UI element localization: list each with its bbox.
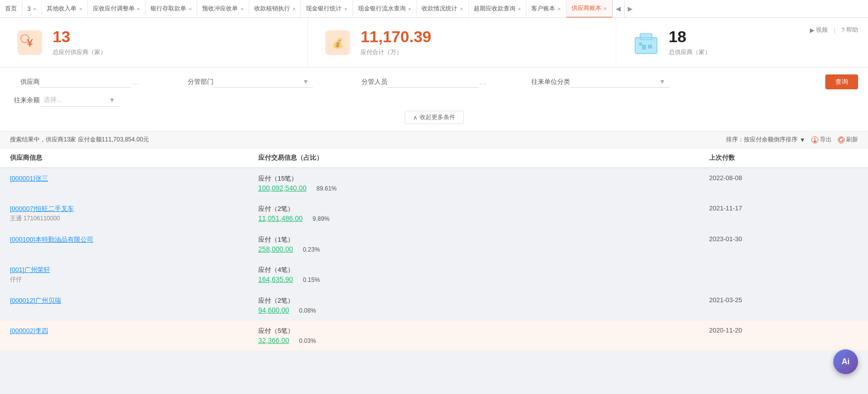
- nav-tab-prepay[interactable]: 预收冲应收单 ×: [197, 0, 249, 18]
- last-pay-cell-0: 2022-08-08: [709, 174, 858, 182]
- supplier-link-1[interactable]: [000007]恒旺二手叉车: [10, 204, 258, 213]
- nav-tab-cash-flow[interactable]: 现金银行流水查询 ×: [353, 0, 417, 18]
- total-suppliers-icon: [631, 28, 661, 58]
- nav-tab-home[interactable]: 首页: [0, 0, 22, 18]
- tx-row-2: 258,000.00 0.23%: [258, 244, 709, 253]
- top-navigation: 首页 3 × 其他收入单 × 应收应付调整单 × 银行存取款单 × 预收冲应收单…: [0, 0, 868, 18]
- nav-tab-3-label: 3: [27, 5, 31, 12]
- supplier-cell-0: [000001]张三: [10, 174, 258, 183]
- nav-tab-prepay-label: 预收冲应收单: [202, 4, 238, 13]
- nav-tab-adjustment-close[interactable]: ×: [137, 6, 140, 12]
- nav-tab-other-income-close[interactable]: ×: [79, 6, 82, 12]
- supplier-dots-btn[interactable]: ...: [132, 77, 139, 86]
- svg-rect-6: [640, 34, 652, 40]
- chevron-up-icon: ∧: [413, 114, 418, 121]
- tx-label-5: 应付（5笔）: [258, 327, 709, 335]
- tx-amount-3[interactable]: 164,635.90: [258, 275, 293, 283]
- stats-bar: ¥ 13 总应付供应商（家） 💰 11,170.39 应付合计（万）: [0, 18, 868, 67]
- nav-tab-other-income[interactable]: 其他收入单 ×: [42, 0, 87, 18]
- nav-tab-cash-stats[interactable]: 现金银行统计 ×: [301, 0, 353, 18]
- dept-select[interactable]: ▼: [214, 76, 313, 88]
- nav-tab-collection[interactable]: 收款核销执行 ×: [249, 0, 301, 18]
- search-button[interactable]: 查询: [825, 74, 858, 89]
- collapse-button[interactable]: ∧ 收起更多条件: [405, 111, 464, 124]
- last-pay-cell-2: 2023-01-30: [709, 235, 858, 243]
- nav-tab-receipt-stats-close[interactable]: ×: [460, 6, 463, 12]
- tx-label-3: 应付（4笔）: [258, 265, 709, 274]
- nav-tab-3-close[interactable]: ×: [33, 6, 36, 12]
- transaction-cell-0: 应付（15笔） 100,092,540.00 89.61%: [258, 174, 709, 192]
- table-body: [000001]张三 应付（15笔） 100,092,540.00 89.61%…: [0, 168, 868, 351]
- nav-tab-collection-close[interactable]: ×: [292, 6, 295, 12]
- sort-select[interactable]: 排序：按应付余额倒序排序 ▼: [726, 135, 805, 144]
- tx-amount-4[interactable]: 94,600.00: [258, 306, 289, 314]
- nav-tab-customer-ledger-close[interactable]: ×: [558, 6, 561, 12]
- table-header: 供应商信息 应付交易信息（占比） 上次付数: [0, 148, 868, 168]
- supplier-cell-3: [001]广州荣轩 仔仔: [10, 265, 258, 284]
- category-label: 往来单位分类: [531, 77, 570, 86]
- nav-tab-overdue[interactable]: 超期应收款查询 ×: [469, 0, 526, 18]
- last-pay-date-2: 2023-01-30: [709, 235, 742, 243]
- tx-row-5: 32,366.00 0.03%: [258, 335, 709, 344]
- table-row: [000012]广州贝瑞 应付（2笔） 94,600.00 0.08% 2021…: [0, 290, 868, 321]
- supplier-cell-2: [000100]本特勤油品有限公司: [10, 235, 258, 244]
- supplier-input[interactable]: [40, 76, 131, 88]
- balance-dropdown-icon: ▼: [109, 96, 115, 104]
- video-link[interactable]: ▶ 视频: [810, 26, 828, 34]
- dept-label: 分管部门: [184, 77, 214, 86]
- nav-tab-supplier-ledger-close[interactable]: ×: [604, 5, 607, 11]
- last-pay-cell-1: 2021-11-17: [709, 204, 858, 212]
- stat-amount-payable-label: 应付合计（万）: [361, 48, 431, 57]
- nav-tab-supplier-ledger[interactable]: 供应商账本 ×: [567, 0, 612, 18]
- nav-tab-prepay-close[interactable]: ×: [240, 6, 243, 12]
- filter-balance-group: 往来余额 选择... ▼: [10, 93, 179, 107]
- payable-suppliers-icon: ¥: [15, 28, 45, 58]
- table-row: [000001]张三 应付（15笔） 100,092,540.00 89.61%…: [0, 168, 868, 198]
- supplier-link-4[interactable]: [000012]广州贝瑞: [10, 296, 258, 305]
- nav-tab-3[interactable]: 3 ×: [22, 0, 42, 18]
- tx-amount-5[interactable]: 32,366.00: [258, 336, 289, 344]
- person-dots-btn[interactable]: ...: [480, 77, 486, 86]
- nav-tab-cash-stats-close[interactable]: ×: [344, 6, 347, 12]
- svg-text:💰: 💰: [332, 37, 344, 49]
- export-button[interactable]: 导出: [811, 135, 832, 144]
- nav-tab-cash-flow-close[interactable]: ×: [408, 6, 411, 12]
- stat-suppliers-payable: ¥ 13 总应付供应商（家）: [0, 18, 308, 67]
- tx-amount-0[interactable]: 100,092,540.00: [258, 184, 306, 192]
- tx-amount-2[interactable]: 258,000.00: [258, 245, 293, 253]
- sort-dropdown-icon: ▼: [799, 136, 805, 143]
- tx-amount-1[interactable]: 11,051,486.00: [258, 214, 303, 222]
- nav-tab-bank[interactable]: 银行存取款单 ×: [145, 0, 197, 18]
- nav-tab-adjustment[interactable]: 应收应付调整单 ×: [88, 0, 145, 18]
- stat-amount-payable-content: 11,170.39 应付合计（万）: [361, 28, 431, 56]
- nav-arrow-right[interactable]: ▶: [624, 0, 636, 18]
- stat-help-links: ▶ 视频 | ? 帮助: [810, 26, 858, 34]
- stat-suppliers-payable-number: 13: [53, 28, 106, 46]
- transaction-cell-4: 应付（2笔） 94,600.00 0.08%: [258, 296, 709, 314]
- refresh-button[interactable]: 刷新: [838, 135, 858, 144]
- nav-tab-customer-ledger[interactable]: 客户账本 ×: [526, 0, 566, 18]
- nav-tab-receipt-stats[interactable]: 收款情况统计 ×: [417, 0, 468, 18]
- tx-row-3: 164,635.90 0.15%: [258, 274, 709, 283]
- last-pay-date-0: 2022-08-08: [709, 174, 742, 182]
- tx-row-0: 100,092,540.00 89.61%: [258, 183, 709, 192]
- supplier-link-3[interactable]: [001]广州荣轩: [10, 265, 258, 274]
- last-pay-date-4: 2021-03-25: [709, 296, 742, 304]
- nav-arrow-left[interactable]: ◀: [612, 0, 624, 18]
- stat-amount-payable-number: 11,170.39: [361, 28, 431, 46]
- help-link[interactable]: ? 帮助: [841, 26, 858, 34]
- nav-tab-bank-close[interactable]: ×: [189, 6, 192, 12]
- balance-select[interactable]: 选择... ▼: [40, 93, 119, 107]
- svg-rect-9: [639, 43, 642, 46]
- supplier-link-2[interactable]: [000100]本特勤油品有限公司: [10, 235, 258, 244]
- supplier-link-0[interactable]: [000001]张三: [10, 174, 258, 183]
- nav-tab-overdue-close[interactable]: ×: [518, 6, 521, 12]
- supplier-sub-1: 王通 17106110000: [10, 214, 258, 223]
- supplier-sub-3: 仔仔: [10, 275, 258, 284]
- dept-dropdown-icon: ▼: [302, 78, 309, 85]
- tx-pct-3: 0.15%: [303, 276, 320, 283]
- person-input[interactable]: [387, 76, 479, 88]
- supplier-link-5[interactable]: [000002]李四: [10, 327, 258, 335]
- balance-label: 往来余额: [10, 96, 40, 105]
- category-select[interactable]: ▼: [570, 76, 669, 88]
